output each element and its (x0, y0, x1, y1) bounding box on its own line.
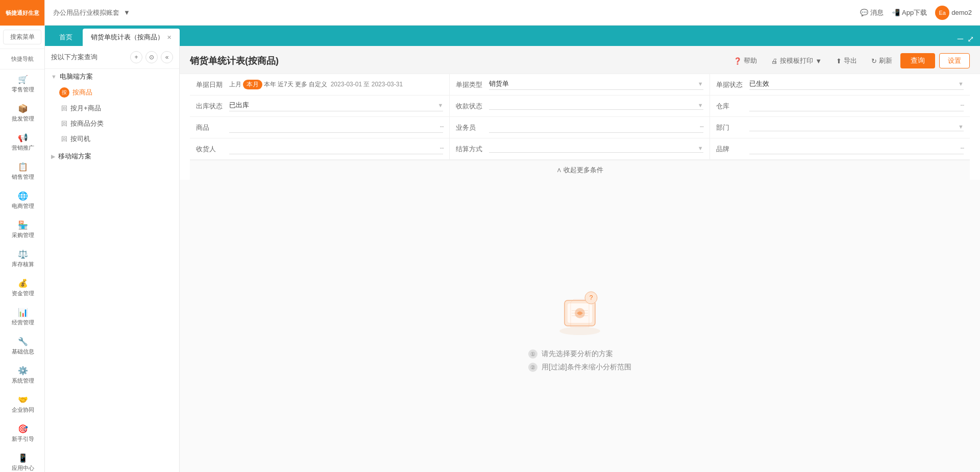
tip-text-1: 请先选择要分析的方案 (542, 349, 613, 359)
sidebar-item-wholesale[interactable]: 📦 批发管理 (0, 99, 44, 128)
avatar: Ea (935, 6, 949, 20)
app-download-button[interactable]: 📲 App下载 (892, 8, 927, 17)
settings-button[interactable]: 设置 (939, 53, 970, 68)
filter-cell-collect: 收款状态 ▼ (450, 96, 709, 116)
date-tab-this-month[interactable]: 本月 (243, 80, 262, 89)
out-status-value: 已出库 (229, 101, 437, 110)
date-tab-last-month[interactable]: 上月 (229, 80, 241, 89)
receiver-dots-icon: ··· (439, 144, 443, 153)
tree-item-by-goods-label: 按商品 (72, 88, 92, 97)
page-title: 销货单统计表(按商品) (190, 55, 279, 67)
date-range-value: 2023-03-01 至 2023-03-31 (331, 80, 403, 89)
date-controls: 上月 本月 本年 近7天 更多 自定义 2023-03-01 至 2023-03… (229, 80, 443, 89)
app-center-icon: 📱 (18, 453, 28, 463)
collapse-button[interactable]: ∧ 收起更多条件 (190, 160, 970, 180)
tab-minimize-icon[interactable]: ─ (958, 34, 963, 44)
staff-container[interactable]: ··· (489, 122, 703, 133)
filter-row-1: 单据日期 上月 本月 本年 近7天 更多 自定义 2023-03-01 至 20… (190, 74, 970, 96)
goods-container[interactable]: ··· (229, 122, 443, 133)
status-value-container[interactable]: 已生效 ▼ (749, 79, 964, 90)
filter-cell-warehouse: 仓库 ··· (710, 96, 970, 116)
tree-item-by-printer-label: 按司机 (70, 134, 90, 144)
date-tab-more[interactable]: 更多 (295, 80, 307, 89)
message-icon: 💬 (860, 9, 868, 16)
operations-icon: 📊 (18, 308, 28, 317)
warehouse-container[interactable]: ··· (749, 101, 964, 111)
sidebar-item-marketing-label: 营销推广 (12, 144, 34, 152)
tree-item-by-goods-category[interactable]: 回 按商品分类 (45, 116, 179, 131)
tab-close-icon[interactable]: ✕ (167, 34, 172, 41)
receiver-label: 收货人 (196, 145, 229, 154)
filter-cell-brand: 品牌 ··· (710, 138, 970, 159)
filter-cell-staff: 业务员 ··· (450, 117, 709, 138)
cooperation-icon: 🤝 (18, 395, 28, 405)
brand-container[interactable]: ··· (749, 144, 964, 154)
staff-dots-icon: ··· (699, 122, 703, 131)
collect-chevron-icon: ▼ (698, 102, 703, 108)
tree-item-by-goods-category-label: 按商品分类 (70, 119, 104, 128)
filter-area: 单据日期 上月 本月 本年 近7天 更多 自定义 2023-03-01 至 20… (180, 74, 980, 180)
date-tab-7days[interactable]: 近7天 (278, 80, 293, 89)
add-scheme-button[interactable]: + (130, 51, 142, 63)
collapse-panel-button[interactable]: « (161, 51, 173, 63)
export-label: 导出 (844, 56, 857, 65)
sidebar-item-newbie[interactable]: 🎯 新手引导 (0, 419, 44, 448)
tree-item-by-month-goods[interactable]: 回 按月+商品 (45, 101, 179, 116)
sidebar-item-marketing[interactable]: 📢 营销推广 (0, 128, 44, 157)
sidebar-item-sales[interactable]: 📋 销售管理 (0, 157, 44, 186)
body-area: 按以下方案查询 + ⊙ « ▼ 电脑端方案 按 按商品 回 按月+商品 (45, 46, 980, 472)
receiver-container[interactable]: ··· (229, 144, 443, 154)
sidebar-item-system[interactable]: ⚙️ 系统管理 (0, 361, 44, 390)
sidebar-item-operations[interactable]: 📊 经营管理 (0, 302, 44, 332)
sidebar-item-finance[interactable]: 💰 资金管理 (0, 273, 44, 302)
message-button[interactable]: 💬 消息 (860, 8, 884, 17)
logo-text: 畅捷通好生意 (6, 9, 39, 16)
sidebar-item-basic[interactable]: 🔧 基础信息 (0, 332, 44, 361)
payment-container[interactable]: ▼ (489, 145, 703, 153)
tree-mobile-group[interactable]: ▶ 移动端方案 (45, 149, 179, 164)
empty-state: ? ① 请先选择要分析的方案 ② 用[过滤]条件来缩小分析范围 (508, 259, 652, 392)
dept-label: 部门 (716, 123, 749, 132)
user-menu[interactable]: Ea demo2 (935, 6, 972, 20)
tree-item-by-goods[interactable]: 按 按商品 (53, 84, 179, 101)
export-button[interactable]: ⬆ 导出 (832, 54, 861, 67)
scheme-icon-by-printer: 回 (61, 135, 67, 144)
refresh-button[interactable]: ↻ 刷新 (867, 54, 896, 67)
dept-container[interactable]: ▼ (749, 124, 964, 131)
empty-state-area: ? ① 请先选择要分析的方案 ② 用[过滤]条件来缩小分析范围 (180, 180, 980, 472)
sidebar-item-basic-label: 基础信息 (12, 348, 34, 356)
date-tab-this-year[interactable]: 本年 (264, 80, 276, 89)
help-button[interactable]: ❓ 帮助 (729, 54, 761, 67)
sidebar-item-inventory[interactable]: ⚖️ 库存核算 (0, 244, 44, 273)
tree-desktop-group[interactable]: ▼ 电脑端方案 (45, 69, 179, 84)
sidebar-item-retail[interactable]: 🛒 零售管理 (0, 69, 44, 99)
settings-scheme-button[interactable]: ⊙ (145, 51, 158, 63)
sidebar-item-purchase[interactable]: 🏪 采购管理 (0, 215, 44, 244)
type-label: 单据类型 (456, 80, 489, 89)
tab-home[interactable]: 首页 (51, 29, 81, 46)
sidebar-item-app-center[interactable]: 📱 应用中心 (0, 448, 44, 472)
tab-report[interactable]: 销货单统计表（按商品） ✕ (83, 29, 180, 46)
tree-desktop-label: 电脑端方案 (60, 72, 93, 81)
page-action-buttons: ❓ 帮助 🖨 按模板打印 ▼ ⬆ 导出 ↻ (729, 53, 970, 68)
wholesale-icon: 📦 (18, 104, 28, 113)
topbar-dropdown-button[interactable]: ▼ (124, 9, 130, 16)
filter-cell-receiver: 收货人 ··· (190, 138, 450, 159)
out-status-container[interactable]: 已出库 ▼ (229, 101, 443, 111)
type-value-container[interactable]: 销货单 ▼ (489, 79, 703, 90)
marketing-icon: 📢 (18, 133, 28, 143)
query-button[interactable]: 查询 (900, 53, 935, 68)
collect-container[interactable]: ▼ (489, 102, 703, 110)
sidebar-item-ecommerce[interactable]: 🌐 电商管理 (0, 186, 44, 215)
search-menu-button[interactable]: 搜索菜单 (3, 30, 41, 44)
dept-chevron-icon: ▼ (958, 124, 964, 130)
tip-num-1: ① (528, 349, 537, 359)
date-tab-custom[interactable]: 自定义 (309, 80, 327, 89)
quick-nav-label: 快捷导航 (0, 53, 44, 65)
sidebar-item-cooperation[interactable]: 🤝 企业协同 (0, 390, 44, 419)
type-chevron-icon: ▼ (698, 81, 703, 87)
tab-maximize-icon[interactable]: ⤢ (967, 34, 974, 44)
tree-item-by-printer[interactable]: 回 按司机 (45, 131, 179, 147)
print-button[interactable]: 🖨 按模板打印 ▼ (767, 54, 826, 67)
scheme-icon-by-goods-category: 回 (61, 120, 67, 128)
